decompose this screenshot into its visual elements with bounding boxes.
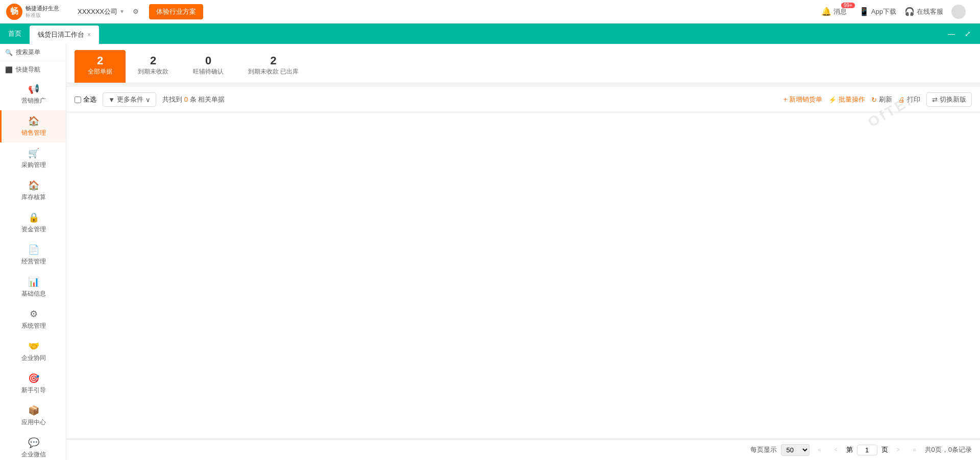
sidebar-item-guide[interactable]: 🎯 新手引导 bbox=[0, 368, 66, 400]
sidebar-item-basic[interactable]: 📊 基础信息 bbox=[0, 271, 66, 303]
status-tab-overdue[interactable]: 2 到期未收款 bbox=[126, 50, 181, 83]
inventory-icon: 🏠 bbox=[28, 180, 39, 191]
purchase-icon: 🛒 bbox=[28, 148, 39, 159]
marketing-icon: 📢 bbox=[28, 83, 39, 94]
status-tab-overdue-label: 到期未收款 bbox=[138, 67, 168, 76]
search-icon: 🔍 bbox=[5, 49, 13, 56]
sidebar-item-purchase[interactable]: 🛒 采购管理 bbox=[0, 142, 66, 175]
company-dropdown-icon: ▼ bbox=[119, 9, 125, 14]
status-tab-pending-label: 旺辅待确认 bbox=[193, 67, 224, 76]
page-size-select[interactable]: 50 10 20 100 bbox=[781, 444, 810, 456]
sidebar-quicknav-item[interactable]: ⬛ 快捷导航 bbox=[0, 61, 66, 78]
refresh-button[interactable]: ↻ 刷新 bbox=[871, 95, 892, 104]
toolbar: 全选 ▼ 更多条件 ∨ 共找到 0 条 相关单据 + 新增销货单 ⚡ bbox=[66, 87, 980, 112]
print-icon: 🖨 bbox=[898, 96, 905, 104]
tab-home[interactable]: 首页 bbox=[0, 23, 30, 44]
filter-icon: ▼ bbox=[108, 96, 115, 104]
select-all-input[interactable] bbox=[75, 96, 81, 103]
table-area bbox=[66, 112, 980, 439]
switch-version-button[interactable]: ⇄ 切换新版 bbox=[926, 92, 972, 107]
tab-close-icon[interactable]: × bbox=[87, 31, 91, 38]
page-size-label: 每页显示 bbox=[750, 445, 777, 454]
select-all-checkbox[interactable]: 全选 bbox=[75, 95, 96, 104]
tab-maximize-button[interactable]: ⤢ bbox=[962, 28, 974, 40]
status-tab-overdue-out-count: 2 bbox=[271, 54, 277, 67]
batch-icon: ⚡ bbox=[828, 96, 837, 104]
print-button[interactable]: 🖨 打印 bbox=[898, 95, 920, 104]
logo-area: 畅 畅捷通好生意 标准版 bbox=[6, 4, 72, 20]
status-tab-pending-count: 0 bbox=[205, 54, 211, 67]
batch-operation-button[interactable]: ⚡ 批量操作 bbox=[828, 95, 865, 104]
pagination: 每页显示 50 10 20 100 « < 第 页 > » 共0页，0条记录 bbox=[66, 439, 980, 460]
tab-label: 钱货日清工作台 bbox=[38, 30, 84, 39]
service-icon: 🎧 bbox=[904, 7, 915, 16]
settings-button[interactable]: ⚙ bbox=[129, 5, 143, 19]
status-tab-overdue-out[interactable]: 2 到期未收款 已出库 bbox=[236, 50, 311, 83]
sidebar-item-marketing[interactable]: 📢 营销推广 bbox=[0, 78, 66, 110]
wechat-icon: 💬 bbox=[28, 437, 39, 448]
logo-icon: 畅 bbox=[6, 4, 22, 20]
switch-icon: ⇄ bbox=[932, 96, 938, 104]
sidebar-item-wechat[interactable]: 💬 企业微信 bbox=[0, 432, 66, 460]
filter-button[interactable]: ▼ 更多条件 ∨ bbox=[103, 92, 156, 107]
sidebar-item-sales[interactable]: 🏠 销售管理 bbox=[0, 110, 66, 142]
trial-button[interactable]: 体验行业方案 bbox=[149, 4, 203, 19]
tab-active[interactable]: 钱货日清工作台 × bbox=[30, 26, 99, 44]
status-tab-all-label: 全部单据 bbox=[88, 67, 112, 76]
page-suffix: 页 bbox=[881, 445, 888, 454]
tab-bar: 首页 钱货日清工作台 × — ⤢ bbox=[0, 23, 980, 44]
basic-icon: 📊 bbox=[28, 276, 39, 287]
tab-minimize-button[interactable]: — bbox=[945, 28, 958, 40]
status-tab-all-count: 2 bbox=[97, 54, 103, 67]
funds-icon: 🔒 bbox=[28, 212, 39, 223]
sidebar-item-enterprise[interactable]: 🤝 企业协同 bbox=[0, 335, 66, 368]
status-tab-pending[interactable]: 0 旺辅待确认 bbox=[181, 50, 236, 83]
company-selector[interactable]: XXXXXX公司 ▼ bbox=[78, 7, 125, 16]
found-count: 0 bbox=[184, 95, 188, 103]
sidebar: 🔍 搜索菜单 ⬛ 快捷导航 📢 营销推广 🏠 销售管理 🛒 采购管理 🏠 库存核… bbox=[0, 44, 66, 460]
status-tabs: 2 全部单据 2 到期未收款 0 旺辅待确认 2 到期未收款 已出库 bbox=[66, 44, 980, 83]
status-tab-all[interactable]: 2 全部单据 bbox=[75, 50, 126, 83]
header-right: 🔔 消息 99+ 📱 App下载 🎧 在线客服 bbox=[817, 5, 974, 19]
app-icon: 📱 bbox=[859, 7, 869, 16]
last-page-button[interactable]: » bbox=[909, 444, 921, 456]
sidebar-search-item[interactable]: 🔍 搜索菜单 bbox=[0, 44, 66, 61]
sidebar-item-funds[interactable]: 🔒 资金管理 bbox=[0, 207, 66, 239]
tab-controls: — ⤢ bbox=[945, 23, 980, 44]
app-download-button[interactable]: 📱 App下载 bbox=[859, 7, 896, 16]
toolbar-right: + 新增销货单 ⚡ 批量操作 ↻ 刷新 🖨 打印 ⇄ 切换新版 bbox=[783, 92, 972, 107]
company-name: XXXXXX公司 bbox=[78, 7, 117, 16]
refresh-icon: ↻ bbox=[871, 96, 877, 104]
system-icon: ⚙ bbox=[30, 308, 38, 320]
header: 畅 畅捷通好生意 标准版 XXXXXX公司 ▼ ⚙ 体验行业方案 🔔 消息 99… bbox=[0, 0, 980, 23]
sidebar-item-operations[interactable]: 📄 经营管理 bbox=[0, 239, 66, 271]
filter-dropdown-icon: ∨ bbox=[145, 96, 151, 104]
appcenter-icon: 📦 bbox=[28, 405, 39, 416]
guide-icon: 🎯 bbox=[28, 373, 39, 384]
user-avatar[interactable] bbox=[951, 5, 966, 19]
toolbar-left: 全选 ▼ 更多条件 ∨ 共找到 0 条 相关单据 bbox=[75, 92, 225, 107]
sidebar-item-inventory[interactable]: 🏠 库存核算 bbox=[0, 175, 66, 207]
logo-text: 畅捷通好生意 标准版 bbox=[26, 5, 59, 18]
status-tab-overdue-count: 2 bbox=[150, 54, 156, 67]
page-prefix: 第 bbox=[846, 445, 853, 454]
next-page-button[interactable]: > bbox=[892, 444, 904, 456]
first-page-button[interactable]: « bbox=[814, 444, 826, 456]
page-total: 共0页，0条记录 bbox=[925, 445, 972, 454]
sales-icon: 🏠 bbox=[28, 115, 39, 127]
sidebar-item-appcenter[interactable]: 📦 应用中心 bbox=[0, 400, 66, 432]
prev-page-button[interactable]: < bbox=[830, 444, 842, 456]
status-tab-overdue-out-label: 到期未收款 已出库 bbox=[248, 67, 299, 76]
sidebar-item-system[interactable]: ⚙ 系统管理 bbox=[0, 303, 66, 335]
found-text: 共找到 0 条 相关单据 bbox=[162, 95, 225, 104]
nav-icon: ⬛ bbox=[5, 66, 13, 74]
select-all-label: 全选 bbox=[83, 95, 96, 104]
main-layout: 🔍 搜索菜单 ⬛ 快捷导航 📢 营销推广 🏠 销售管理 🛒 采购管理 🏠 库存核… bbox=[0, 44, 980, 460]
enterprise-icon: 🤝 bbox=[28, 341, 39, 352]
add-sale-order-button[interactable]: + 新增销货单 bbox=[783, 95, 822, 104]
notification-badge: 99+ bbox=[841, 3, 855, 8]
online-service-button[interactable]: 🎧 在线客服 bbox=[904, 7, 943, 16]
main-content: 2 全部单据 2 到期未收款 0 旺辅待确认 2 到期未收款 已出库 全选 bbox=[66, 44, 980, 460]
page-input[interactable] bbox=[857, 445, 877, 455]
notification-button[interactable]: 🔔 消息 99+ bbox=[817, 7, 851, 16]
